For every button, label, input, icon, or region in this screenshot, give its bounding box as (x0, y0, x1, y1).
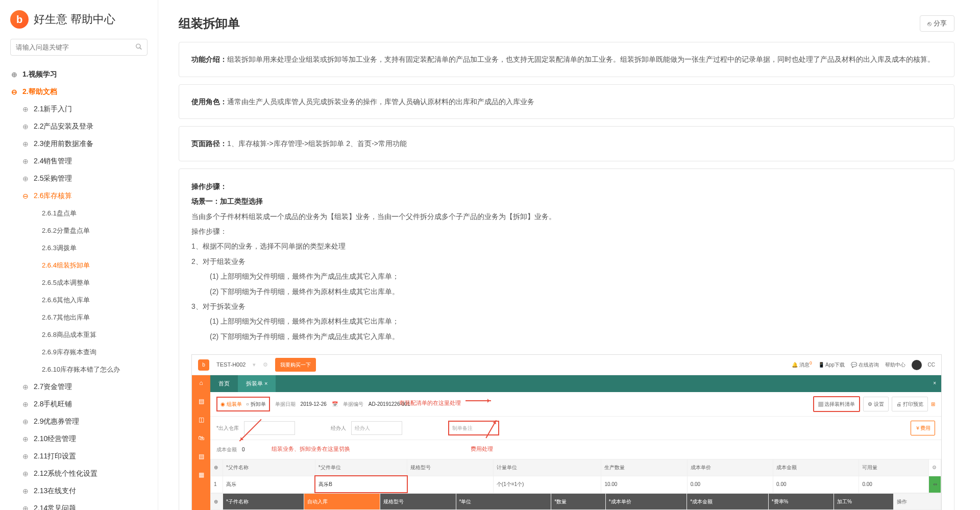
nav-2-6[interactable]: ⊖2.6库存核算 (10, 187, 148, 205)
nav-2-5[interactable]: ⊕2.5采购管理 (10, 170, 148, 187)
ss-app: 📱 App下载 (818, 359, 845, 370)
ss-person-input: 经办人 (351, 421, 402, 435)
sidebar: b 好生意 帮助中心 ⊕1.视频学习 ⊖2.帮助文档 ⊕2.1新手入门 ⊕2.2… (0, 0, 158, 510)
nav-2-7[interactable]: ⊕2.7资金管理 (10, 378, 148, 396)
nav-label: 2.6库存核算 (34, 191, 72, 201)
ss-tabs: 首页 拆装单 × × (210, 375, 941, 392)
ss-th: *成本金额 (687, 494, 768, 510)
nav-2-8[interactable]: ⊕2.8手机旺铺 (10, 396, 148, 413)
nav-2-6-3[interactable]: 2.6.3调拨单 (10, 239, 148, 257)
nav-2-1[interactable]: ⊕2.1新手入门 (10, 101, 148, 118)
nav-2-9[interactable]: ⊕2.9优惠券管理 (10, 413, 148, 430)
search-box (10, 39, 148, 56)
ss-calendar-icon: 📅 (332, 399, 338, 409)
ss-avatar-icon (912, 360, 922, 370)
ss-env: TEST-H002 (216, 359, 246, 371)
ss-fee-btn: ￥费用 (911, 421, 935, 435)
ss-btn-group: ▦ 选择装料清单 ⚙ 设置 🖨 打印预览 ⊞ (813, 396, 935, 412)
path-card: 页面路径：1、库存核算->库存管理->组装拆卸单 2、首页->常用功能 (179, 126, 954, 161)
nav-2-6-1[interactable]: 2.6.1盘点单 (10, 205, 148, 222)
step-3-1: (1) 上部明细为父件明细，最终作为原材料生成其它出库单； (191, 314, 942, 329)
nav-2-10[interactable]: ⊕2.10经营管理 (10, 430, 148, 448)
nav-2-4[interactable]: ⊕2.4销售管理 (10, 153, 148, 170)
nav-label: 2.4销售管理 (34, 157, 72, 166)
ss-help: 帮助中心 (885, 359, 905, 370)
ss-radio-assemble: ◉ 组装单 (220, 399, 242, 409)
ss-sidebar: ⌂ ▤ ◫ 🛍 ▤ ▦ (192, 375, 210, 510)
nav-2-6-10[interactable]: 2.6.10库存账本错了怎么办 (10, 361, 148, 378)
nav-label: 2.10经营管理 (34, 434, 76, 444)
intro-card: 功能介绍：组装拆卸单用来处理企业组装或拆卸等加工业务，支持有固定装配清单的产品加… (179, 42, 954, 77)
nav-label: 2.帮助文档 (22, 87, 57, 96)
ss-cell-highlighted: 高乐B (315, 476, 407, 493)
ss-parent-row: 1 高乐 高乐B 个(1个=1个) 10.00 0.00 0.00 0.00 ⇔ (211, 476, 941, 493)
nav-docs[interactable]: ⊖2.帮助文档 (10, 83, 148, 101)
ss-th: *成本单价 (605, 494, 687, 510)
ss-expand-col: ⇔ (929, 476, 941, 493)
ss-cost-label: 成本金额 (216, 444, 237, 455)
nav-2-13[interactable]: ⊕2.13在线支付 (10, 482, 148, 500)
ss-user: CC (928, 359, 935, 370)
svg-point-0 (136, 44, 140, 48)
ss-list-icon: ▤ (197, 453, 205, 461)
nav-2-6-6[interactable]: 2.6.6其他入库单 (10, 292, 148, 309)
nav-label: 2.8手机旺铺 (34, 400, 72, 409)
nav-label: 2.2产品安装及登录 (34, 122, 93, 131)
ss-date-label: 单据日期 (275, 399, 296, 409)
nav-2-6-2[interactable]: 2.6.2分量盘点单 (10, 222, 148, 239)
ss-header: b TEST-H002 ▾ ⚙ 我要购买一下 🔔 消息0 📱 App下载 💬 在… (192, 355, 941, 375)
steps-title: 操作步骤： (191, 182, 227, 190)
ss-cell: 10.00 (601, 476, 687, 493)
nav-2-3[interactable]: ⊕2.3使用前数据准备 (10, 135, 148, 153)
step-2-1: (1) 上部明细为父件明细，最终作为产成品生成其它入库单； (191, 269, 942, 284)
ss-calc-icon: ▦ (197, 471, 205, 479)
ss-bag-icon: 🛍 (197, 434, 205, 443)
nav-2-6-4[interactable]: 2.6.4组装拆卸单 (10, 257, 148, 274)
ss-dropdown-icon: ▾ (253, 359, 256, 371)
nav-2-14[interactable]: ⊕2.14常见问题 (10, 500, 148, 510)
ss-th: 成本单价 (687, 459, 773, 476)
plus-icon: ⊕ (21, 140, 30, 148)
share-icon: ⎋ (927, 20, 932, 28)
ss-form-row-3: 成本金额 0 组装业务、拆卸业务在这里切换 费用处理 (210, 440, 941, 459)
plus-icon: ⊕ (21, 175, 30, 183)
nav-2-6-9[interactable]: 2.6.9库存账本查询 (10, 344, 148, 361)
ss-content: 首页 拆装单 × × ◉ 组装单 ○ 拆卸单 单据日期 2019-12-26 📅 (210, 375, 941, 510)
nav-2-6-8[interactable]: 2.6.8商品成本重算 (10, 326, 148, 344)
nav-2-6-7[interactable]: 2.6.7其他出库单 (10, 309, 148, 326)
step-2-2: (2) 下部明细为子件明细，最终作为原材料生成其它出库单。 (191, 284, 942, 299)
ss-child-table: ⊕ *子件名称 自动入库 规格型号 *单位 *数量 *成本单价 *成本金额 *费… (210, 493, 941, 510)
nav-label: 1.视频学习 (22, 70, 57, 79)
ss-cell: 0.00 (687, 476, 773, 493)
ss-buy-button: 我要购买一下 (275, 358, 316, 372)
ss-th: *费率% (768, 494, 834, 510)
minus-icon: ⊖ (21, 192, 30, 200)
search-input[interactable] (10, 39, 148, 56)
ss-th: *单位 (456, 494, 551, 510)
ss-wh-label: *出入仓库 (216, 423, 239, 433)
ss-tab-home: 首页 (210, 375, 238, 392)
plus-icon: ⊕ (21, 470, 30, 478)
plus-icon: ⊕ (21, 105, 30, 113)
ss-cost-value: 0 (242, 444, 245, 455)
svg-line-1 (140, 47, 142, 50)
nav-2-12[interactable]: ⊕2.12系统个性化设置 (10, 465, 148, 482)
ss-cell: 0.00 (773, 476, 859, 493)
ss-home-icon: ⌂ (197, 379, 205, 387)
search-icon[interactable] (135, 43, 142, 52)
plus-icon: ⊕ (21, 123, 30, 131)
ss-th: 成本金额 (773, 459, 859, 476)
card-text: 通常由生产人员或库管人员完成拆装业务的操作，库管人员确认原材料的出库和产成品的入… (227, 98, 534, 106)
ss-th: 计量单位 (493, 459, 601, 476)
nav-video[interactable]: ⊕1.视频学习 (10, 66, 148, 83)
nav-2-2[interactable]: ⊕2.2产品安装及登录 (10, 118, 148, 135)
card-label: 页面路径： (191, 139, 227, 148)
plus-icon: ⊕ (21, 435, 30, 443)
nav-2-6-5[interactable]: 2.6.5成本调整单 (10, 274, 148, 292)
share-button[interactable]: ⎋ 分享 (920, 15, 954, 32)
logo-icon: b (10, 10, 29, 29)
ss-cell: 个(1个=1个) (493, 476, 601, 493)
ss-date-value: 2019-12-26 (301, 399, 327, 409)
card-label: 功能介绍： (191, 55, 227, 63)
nav-2-11[interactable]: ⊕2.11打印设置 (10, 448, 148, 465)
